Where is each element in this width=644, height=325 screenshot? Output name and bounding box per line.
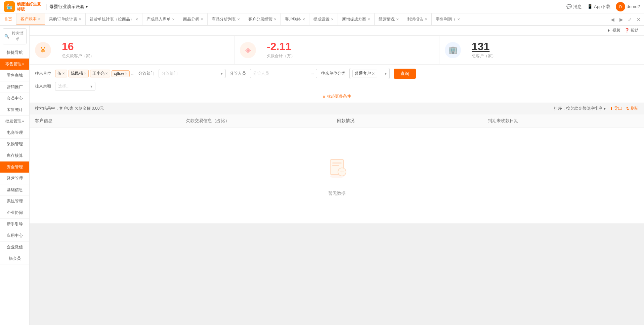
- filter-amount-select[interactable]: 选择... ▾: [55, 82, 95, 91]
- search-icon: 🔍: [4, 34, 9, 39]
- filter-tag-unit-3[interactable]: cjttcw ✕: [112, 70, 130, 77]
- tab-close-product-analysis-list[interactable]: ✕: [237, 17, 240, 21]
- content-top-actions: ⏵ 视频 ❓ 帮助: [30, 26, 644, 36]
- tab-close-profit-report[interactable]: ✕: [425, 17, 427, 21]
- chevron-up-icon: ∧: [323, 94, 326, 99]
- top-bar-right: 💬 消息 📱 App下载 D demo2: [566, 2, 640, 11]
- result-info: 搜索结果中，客户0家 欠款金额 0.00元 排序：按欠款金额倒序排序 ▾ ⬆ 导…: [30, 103, 644, 114]
- filter-category-select[interactable]: 普通客户 ✕ ▾: [349, 68, 390, 79]
- filter-tag-unit-0[interactable]: 伍 ✕: [55, 70, 67, 77]
- remove-category-tag-0[interactable]: ✕: [372, 71, 375, 76]
- sidebar-item-retail-stats[interactable]: 零售统计: [0, 104, 29, 116]
- tab-product-analysis-list[interactable]: 商品分析列表 ✕: [208, 13, 244, 25]
- tab-next-btn[interactable]: ▶: [617, 15, 625, 24]
- tab-close-all-btn[interactable]: ✕: [635, 15, 643, 24]
- org-selector[interactable]: 母婴行业演示账套 ▾: [46, 4, 91, 10]
- tab-close-customer-tier[interactable]: ✕: [274, 17, 276, 21]
- filter-dept-select[interactable]: 分管部门 ▾: [159, 69, 226, 78]
- tab-customer-tier[interactable]: 客户分层经营 ✕: [244, 13, 281, 25]
- sidebar-search-btn[interactable]: 🔍 搜索菜单: [3, 28, 27, 44]
- category-tag-0[interactable]: 普通客户 ✕: [352, 70, 377, 77]
- stats-row: ¥ 16 总欠款客户（家） ◈ -2.11 欠款合计（万） 🏢 131 总客户（…: [30, 36, 644, 65]
- help-btn[interactable]: ❓ 帮助: [625, 28, 639, 33]
- video-btn[interactable]: ⏵ 视频: [607, 28, 620, 33]
- tab-prev-btn[interactable]: ◀: [608, 15, 616, 24]
- tab-home[interactable]: 首页: [0, 13, 16, 25]
- more-options-icon[interactable]: ···: [311, 71, 314, 76]
- tab-close-product-analysis[interactable]: ✕: [201, 17, 203, 21]
- message-btn[interactable]: 💬 消息: [566, 4, 582, 10]
- sidebar-item-nav[interactable]: 快捷导航: [0, 47, 29, 59]
- sidebar-item-purchase-mgmt[interactable]: 采购管理: [0, 139, 29, 150]
- tab-product-analysis[interactable]: 商品分析 ✕: [179, 13, 208, 25]
- sidebar-item-new-guide[interactable]: 新手引导: [0, 219, 29, 230]
- refresh-btn[interactable]: ↻ 刷新: [626, 106, 639, 111]
- sidebar-item-app-center[interactable]: 应用中心: [0, 230, 29, 242]
- tab-business-status[interactable]: 经营情况 ✕: [375, 13, 403, 25]
- collapse-btn[interactable]: ∧ 收起更多条件: [323, 94, 351, 99]
- tab-inbound-stats[interactable]: 进货单统计表（按商品） ✕: [86, 13, 142, 25]
- sidebar-item-enterprise-coop[interactable]: 企业协同: [0, 207, 29, 219]
- sidebar-item-inventory-check[interactable]: 库存核算: [0, 150, 29, 161]
- svg-rect-2: [332, 162, 342, 164]
- sidebar-item-retail-mgmt[interactable]: 零售管理 ▾: [0, 59, 29, 70]
- tab-close-retail-profit[interactable]: ✕: [457, 17, 460, 21]
- sidebar-item-enterprise-wechat[interactable]: 企业微信: [0, 242, 29, 253]
- filter-tag-unit-1[interactable]: 陈民强 ✕: [69, 70, 89, 77]
- sidebar-item-business-mgmt[interactable]: 经营管理: [0, 173, 29, 184]
- tab-close-business-status[interactable]: ✕: [396, 17, 399, 21]
- tab-new-promotion-plan[interactable]: 新增提成方案 ✕: [338, 13, 375, 25]
- remove-tag-unit-3[interactable]: ✕: [125, 72, 127, 75]
- sidebar: 🔍 搜索菜单 快捷导航 零售管理 ▾ 零售商城 营销推广 会员中心 零售统计 批…: [0, 26, 30, 325]
- remove-tag-unit-2[interactable]: ✕: [105, 72, 108, 75]
- app-download-btn[interactable]: 📱 App下载: [587, 4, 610, 10]
- chevron-down-icon: ▾: [604, 106, 606, 111]
- tab-close-customer-contact[interactable]: ✕: [302, 17, 305, 21]
- tab-customer-balance[interactable]: 客户账本 ✕: [16, 13, 45, 25]
- user-profile[interactable]: D demo2: [616, 2, 640, 11]
- sidebar-item-system-mgmt[interactable]: 系统管理: [0, 196, 29, 207]
- message-icon: 💬: [566, 4, 572, 9]
- content-area: ⏵ 视频 ❓ 帮助 ¥ 16 总欠款客户（家） ◈ -2.11 欠款合计（万） …: [30, 26, 644, 325]
- sort-select[interactable]: 排序：按欠款金额倒序排序 ▾: [554, 106, 606, 111]
- tab-close-new-promotion-plan[interactable]: ✕: [368, 17, 370, 21]
- tab-retail-profit[interactable]: 零售利润（ ✕: [432, 13, 464, 25]
- sidebar-item-member[interactable]: 畅会员: [0, 253, 29, 264]
- tab-close-promotion-settings[interactable]: ✕: [331, 17, 334, 21]
- tab-close-product-inbound[interactable]: ✕: [172, 17, 175, 21]
- top-bar: 🏪 畅捷通好生意 标版 母婴行业演示账套 ▾ 💬 消息 📱 App下载 D de…: [0, 0, 644, 13]
- filter-more-btn[interactable]: ...: [131, 71, 134, 76]
- export-icon: ⬆: [610, 106, 613, 111]
- filter-tag-unit-2[interactable]: 王小亮 ✕: [90, 70, 110, 77]
- remove-tag-unit-1[interactable]: ✕: [84, 72, 86, 75]
- tab-customer-contact[interactable]: 客户联络 ✕: [281, 13, 309, 25]
- tab-purchase-order-stats[interactable]: 采购订单统计表 ✕: [45, 13, 86, 25]
- stat-total-clients: 🏢 131 总客户（家）: [439, 36, 644, 64]
- sidebar-item-basic-info[interactable]: 基础信息: [0, 184, 29, 196]
- tab-close-customer-balance[interactable]: ✕: [38, 17, 41, 21]
- sidebar-item-ecommerce-mgmt[interactable]: 电商管理: [0, 127, 29, 139]
- sidebar-item-retail-mall[interactable]: 零售商城: [0, 70, 29, 81]
- tab-product-inbound[interactable]: 产成品入库单 ✕: [142, 13, 179, 25]
- stat-content-3: 131 总客户（家）: [472, 41, 496, 59]
- tab-promotion-settings[interactable]: 提成设置 ✕: [309, 13, 338, 25]
- sidebar-item-member-center[interactable]: 会员中心: [0, 93, 29, 104]
- sidebar-item-marketing[interactable]: 营销推广: [0, 81, 29, 93]
- tab-bar-actions: ◀ ▶ ⤢ ✕: [607, 15, 644, 24]
- tab-close-purchase-order-stats[interactable]: ✕: [79, 17, 81, 21]
- stat-label-total-debt: 欠款合计（万）: [267, 53, 295, 59]
- stat-label-total-clients: 总客户（家）: [472, 53, 496, 59]
- stat-value-total-clients: 131: [472, 41, 496, 52]
- filter-person-select[interactable]: 分管人员 ···: [250, 69, 317, 78]
- chevron-down-icon: ▾: [22, 62, 24, 66]
- table-col-customer-info: 客户信息: [35, 118, 186, 124]
- sidebar-item-wholesale-mgmt[interactable]: 批发管理 ▾: [0, 116, 29, 127]
- export-btn[interactable]: ⬆ 导出: [610, 106, 622, 111]
- tab-expand-btn[interactable]: ⤢: [626, 15, 634, 24]
- query-button[interactable]: 查询: [394, 69, 416, 79]
- tab-profit-report[interactable]: 利润报告 ✕: [403, 13, 432, 25]
- empty-area: 暂无数据: [30, 128, 644, 223]
- remove-tag-unit-0[interactable]: ✕: [62, 72, 65, 75]
- sidebar-item-finance-mgmt[interactable]: 资金管理: [0, 161, 29, 173]
- tab-close-inbound-stats[interactable]: ✕: [135, 17, 138, 21]
